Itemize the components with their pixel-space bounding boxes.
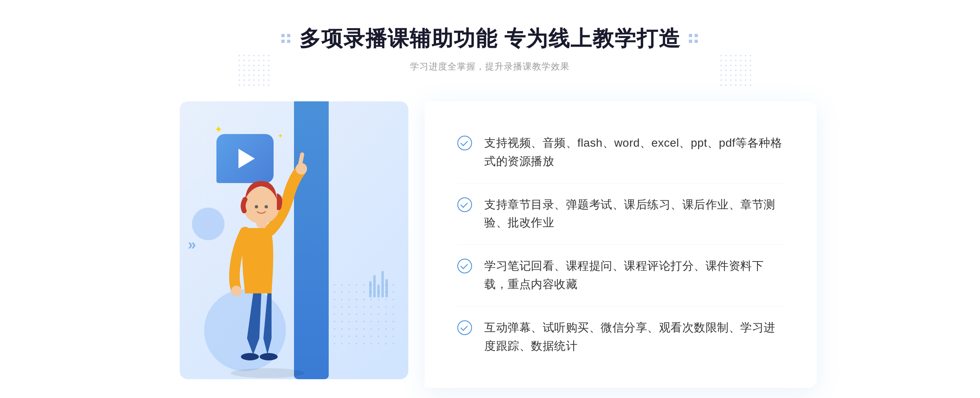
svg-point-8: [265, 205, 268, 208]
feature-item-4: 互动弹幕、试听购买、微信分享、观看次数限制、学习进度跟踪、数据统计: [457, 306, 784, 368]
dots-decoration-right: [719, 53, 751, 86]
check-icon-2: [457, 197, 472, 212]
content-area: ✦ ✦: [163, 93, 817, 396]
page-container: 多项录播课辅助功能 专为线上教学打造 学习进度全掌握，提升录播课教学效果: [0, 0, 980, 398]
title-text: 多项录播课辅助功能 专为线上教学打造: [299, 25, 681, 53]
illustration-area: ✦ ✦: [163, 93, 425, 396]
feature-item-3: 学习笔记回看、课程提问、课程评论打分、课件资料下载，重点内容收藏: [457, 245, 784, 306]
person-illustration: [204, 142, 335, 379]
feature-text-1: 支持视频、音频、flash、word、excel、ppt、pdf等各种格式的资源…: [484, 134, 784, 171]
feature-text-3: 学习笔记回看、课程提问、课程评论打分、课件资料下载，重点内容收藏: [484, 257, 784, 294]
main-title: 多项录播课辅助功能 专为线上教学打造: [281, 25, 699, 53]
title-decorator-right: [689, 34, 699, 44]
check-icon-4: [457, 320, 472, 335]
sparkle-1: ✦: [214, 124, 223, 135]
left-arrow-decoration: »: [188, 236, 196, 253]
dots-decoration-left: [237, 53, 270, 86]
stripe-decoration: [369, 271, 388, 297]
feature-text-4: 互动弹幕、试听购买、微信分享、观看次数限制、学习进度跟踪、数据统计: [484, 319, 784, 356]
header-section: 多项录播课辅助功能 专为线上教学打造 学习进度全掌握，提升录播课教学效果: [281, 25, 699, 73]
feature-item-2: 支持章节目录、弹题考试、课后练习、课后作业、章节测验、批改作业: [457, 183, 784, 245]
sub-title: 学习进度全掌握，提升录播课教学效果: [281, 60, 699, 73]
svg-point-4: [231, 286, 242, 296]
check-icon-1: [457, 136, 472, 150]
check-icon-3: [457, 259, 472, 273]
svg-point-1: [241, 353, 259, 360]
title-decorator-left: [281, 34, 291, 44]
feature-item-1: 支持视频、音频、flash、word、excel、ppt、pdf等各种格式的资源…: [457, 122, 784, 183]
svg-point-0: [231, 368, 304, 378]
illustration-card: ✦ ✦: [180, 101, 408, 379]
svg-point-2: [260, 353, 278, 360]
svg-point-7: [255, 205, 258, 208]
features-panel: 支持视频、音频、flash、word、excel、ppt、pdf等各种格式的资源…: [425, 101, 817, 388]
sparkle-2: ✦: [278, 132, 283, 140]
feature-text-2: 支持章节目录、弹题考试、课后练习、课后作业、章节测验、批改作业: [484, 196, 784, 233]
